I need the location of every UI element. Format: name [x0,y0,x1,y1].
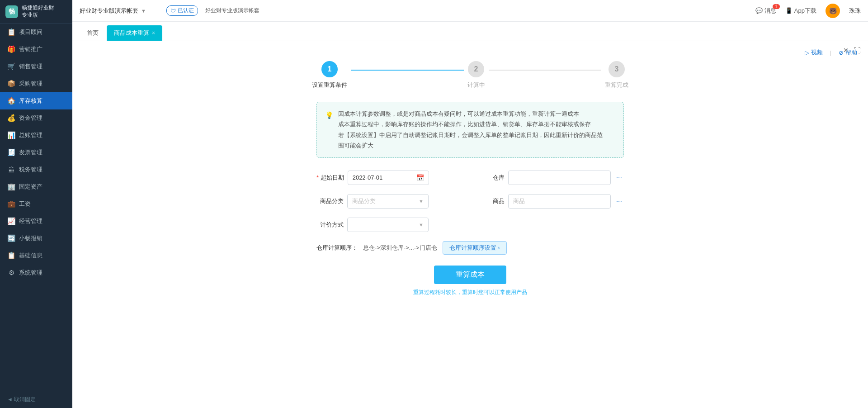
message-icon: 💬 [755,7,763,14]
warehouse-more-icon[interactable]: ··· [614,172,624,184]
price-method-select[interactable]: ▼ [347,218,429,232]
category-group: 商品分类 商品分类 ▼ [316,194,463,209]
goods-more-icon[interactable]: ··· [614,195,624,207]
sidebar-item-sales[interactable]: 🛒销售管理 [0,58,72,75]
sidebar-item-expense[interactable]: 🔄小畅报销 [0,230,72,247]
salary-icon: 💼 [7,200,15,208]
sidebar-item-system[interactable]: ⚙系统管理 [0,264,72,281]
system-icon: ⚙ [7,269,15,277]
form-row-3: 计价方式 ▼ [316,218,624,232]
form-row-1: * 起始日期 2022-07-01 📅 仓库 ··· [316,171,624,185]
sidebar-item-assets[interactable]: 🏢固定资产 [0,178,72,195]
play-icon: ▷ [805,49,809,56]
sidebar-item-inventory[interactable]: 🏠库存核算 [0,92,72,109]
step-2-circle: 2 [468,61,484,77]
verified-badge: 🛡 已认证 [166,5,198,16]
calc-order-row: 仓库计算顺序： 总仓->深圳仓库->...->门店仓 仓库计算顺序设置 › [316,241,624,255]
form-row-2: 商品分类 商品分类 ▼ 商品 商品 ··· [316,194,624,209]
project-icon: 📋 [7,28,15,36]
step-3: 3 重算完成 [605,61,628,89]
calc-order-settings-button[interactable]: 仓库计算顺序设置 › [443,241,507,255]
warehouse-input[interactable] [508,171,611,185]
account-name: 好业财专业版演示帐套 [80,7,138,15]
category-chevron-icon: ▼ [419,199,424,204]
help-button[interactable]: ⊘ 帮助 [839,48,857,57]
step-1-circle: 1 [321,61,338,77]
submit-area: 重算成本 重算过程耗时较长，重算时您可以正常使用产品 [316,266,624,296]
message-badge: 1 [773,4,780,9]
inventory-icon: 🏠 [7,97,15,105]
sidebar-item-purchase[interactable]: 📦采购管理 [0,75,72,92]
step-3-label: 重算完成 [605,81,628,89]
step-1-label: 设置重算条件 [312,81,347,89]
finance-icon: 💰 [7,114,15,122]
info-text: 因成本计算参数调整，或是对商品成本有疑问时，可以通过成本重算功能，重新计算一遍成… [338,109,603,151]
basic-icon: 📋 [7,251,15,260]
message-button[interactable]: 💬 消息 1 [755,7,776,15]
account-chevron-icon: ▼ [141,8,146,14]
goods-input[interactable]: 商品 [508,194,611,209]
expense-icon: 🔄 [7,234,15,242]
start-date-group: * 起始日期 2022-07-01 📅 [316,171,463,185]
app-download-button[interactable]: 📱 App下载 [785,7,816,15]
step-2-label: 计算中 [467,81,485,89]
sidebar-item-tax[interactable]: 🏛税务管理 [0,161,72,178]
step-line-2 [489,70,602,71]
category-select[interactable]: 商品分类 ▼ [347,194,429,209]
operation-icon: 📈 [7,217,15,225]
calendar-icon: 📅 [416,174,424,181]
account-selector[interactable]: 好业财专业版演示帐套 ▼ [80,7,161,15]
accounting-icon: 📊 [7,131,15,139]
content-area: × ⛶ ▷ 视频 | ⊘ 帮助 1 设置重算条件 2 计算中 [72,41,868,408]
sidebar-item-finance[interactable]: 💰资金管理 [0,109,72,127]
step-1: 1 设置重算条件 [312,61,347,89]
sidebar-item-invoice[interactable]: 🧾发票管理 [0,144,72,161]
category-label: 商品分类 [316,197,344,205]
sidebar-item-marketing[interactable]: 🎁营销推广 [0,41,72,58]
main-area: 好业财专业版演示帐套 ▼ 🛡 已认证 好业财专业版演示帐套 💬 消息 1 📱 A… [72,0,868,408]
price-method-chevron-icon: ▼ [419,222,424,228]
info-box: 💡 因成本计算参数调整，或是对商品成本有疑问时，可以通过成本重算功能，重新计算一… [316,102,624,158]
sidebar-item-operation[interactable]: 📈经营管理 [0,213,72,230]
tab-close-icon[interactable]: × [152,30,155,36]
goods-group: 商品 商品 ··· [477,194,624,209]
content-actions: ▷ 视频 | ⊘ 帮助 [805,48,857,57]
warehouse-group: 仓库 ··· [477,171,624,185]
user-avatar[interactable]: 🐻 [826,4,840,18]
video-button[interactable]: ▷ 视频 [805,48,823,57]
topbar-right: 💬 消息 1 📱 App下载 🐻 珠珠 [755,4,861,18]
goods-label: 商品 [477,197,505,205]
calc-order-label: 仓库计算顺序： [316,244,358,252]
form-area: * 起始日期 2022-07-01 📅 仓库 ··· 商品分类 [316,171,624,296]
user-name[interactable]: 珠珠 [849,7,861,15]
help-icon: ⊘ [839,49,844,56]
sidebar-nav: 📋项目顾问🎁营销推广🛒销售管理📦采购管理🏠库存核算💰资金管理📊总账管理🧾发票管理… [0,24,72,391]
sidebar-item-project[interactable]: 📋项目顾问 [0,24,72,41]
sidebar-item-basic[interactable]: 📋基础信息 [0,247,72,264]
phone-icon: 📱 [785,7,793,14]
purchase-icon: 📦 [7,80,15,88]
tab-cost-recalc[interactable]: 商品成本重算 × [107,25,162,41]
warehouse-label: 仓库 [477,174,505,182]
assets-icon: 🏢 [7,183,15,191]
sidebar-item-accounting[interactable]: 📊总账管理 [0,127,72,144]
step-3-circle: 3 [609,61,625,77]
recalculate-button[interactable]: 重算成本 [434,266,506,284]
start-date-input[interactable]: 2022-07-01 📅 [348,171,429,185]
tax-icon: 🏛 [7,166,15,174]
invoice-icon: 🧾 [7,148,15,157]
step-2: 2 计算中 [467,61,485,89]
shield-icon: 🛡 [170,8,176,14]
sidebar: 畅 畅捷通好业财 专业版 📋项目顾问🎁营销推广🛒销售管理📦采购管理🏠库存核算💰资… [0,0,72,408]
step-line-1 [351,70,464,71]
tab-home[interactable]: 首页 [80,25,106,41]
sales-icon: 🛒 [7,62,15,71]
topbar: 好业财专业版演示帐套 ▼ 🛡 已认证 好业财专业版演示帐套 💬 消息 1 📱 A… [72,0,868,22]
logo-text: 畅捷通好业财 专业版 [22,5,54,19]
start-date-label: * 起始日期 [316,174,344,182]
calc-order-value: 总仓->深圳仓库->...->门店仓 [363,244,437,252]
price-method-label: 计价方式 [316,221,344,229]
sidebar-unpin[interactable]: ◄ 取消固定 [0,391,72,408]
sidebar-item-salary[interactable]: 💼工资 [0,195,72,213]
price-method-group: 计价方式 ▼ [316,218,463,232]
